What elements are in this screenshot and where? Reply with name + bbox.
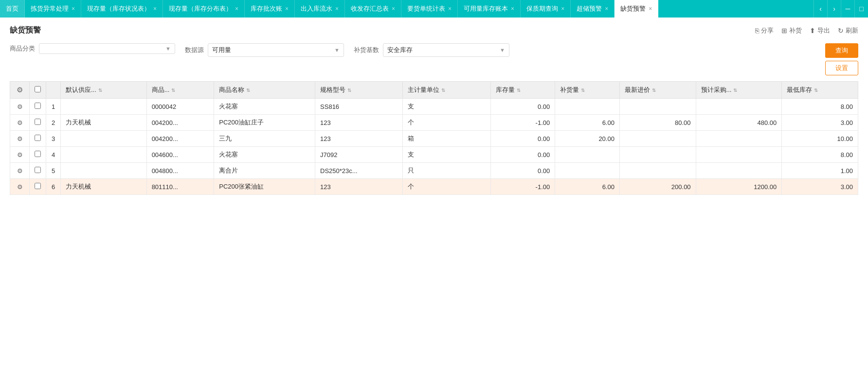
row-unit: 个 [402,115,490,131]
tab-picking-exception[interactable]: 拣货异常处理 × [25,0,81,18]
tab-close-icon[interactable]: × [285,5,289,12]
query-button[interactable]: 查询 [825,43,858,58]
tab-minimize-button[interactable]: ─ [841,0,854,18]
row-latest-price [619,99,696,115]
tab-overstock[interactable]: 超储预警 × [571,0,615,18]
row-checkbox-cell[interactable] [30,163,46,179]
row-estimated: 480.00 [696,115,782,131]
column-gear[interactable]: ⚙ [10,82,30,99]
row-replenish: 6.00 [555,115,620,131]
column-supplier[interactable]: 默认供应... ⇅ [61,82,147,99]
column-code[interactable]: 商品... ⇅ [146,82,214,99]
gear-row-icon[interactable]: ⚙ [17,183,23,191]
tab-close-icon[interactable]: × [392,5,395,12]
tab-close-icon[interactable]: × [235,5,238,12]
tab-close-icon[interactable]: × [561,5,564,12]
row-gear-cell[interactable]: ⚙ [10,163,30,179]
tab-shortage-warning[interactable]: 缺货预警 × [615,0,658,18]
tab-inout-flow[interactable]: 出入库流水 × [295,0,345,18]
row-index: 2 [46,115,61,131]
column-stock[interactable]: 库存量 ⇅ [490,82,555,99]
refresh-button[interactable]: ↻ 刷新 [838,26,858,35]
gear-row-icon[interactable]: ⚙ [17,135,23,142]
tab-available-ledger[interactable]: 可用量库存账本 × [458,0,521,18]
row-gear-cell[interactable]: ⚙ [10,147,30,163]
tab-close-icon[interactable]: × [649,5,652,12]
row-checkbox[interactable] [35,167,41,173]
tab-close-icon[interactable]: × [605,5,608,12]
column-estimated[interactable]: 预计采购... ⇅ [696,82,782,99]
replenish-button[interactable]: ⊞ 补货 [781,26,802,35]
category-select[interactable]: ▼ [39,43,175,54]
share-button[interactable]: ⎘ 分享 [755,26,774,35]
tab-inventory-dist[interactable]: 现存量（库存分布表） × [163,0,245,18]
datasource-select[interactable]: 可用量 ▼ [208,43,344,57]
data-table: ⚙ 默认供应... ⇅ 商品... ⇅ [10,81,858,195]
gear-row-icon[interactable]: ⚙ [17,167,23,175]
tab-demand-stats[interactable]: 要货单统计表 × [401,0,458,18]
row-gear-cell[interactable]: ⚙ [10,99,30,115]
row-gear-cell[interactable]: ⚙ [10,179,30,195]
row-gear-cell[interactable]: ⚙ [10,115,30,131]
row-min-stock: 1.00 [782,163,858,179]
export-button[interactable]: ⬆ 导出 [810,26,830,35]
tab-close-icon[interactable]: × [72,5,75,12]
tab-prev-button[interactable]: ‹ [814,0,827,18]
row-stock: -1.00 [490,115,555,131]
row-name: PC200张紧油缸 [214,179,315,195]
row-estimated: 1200.00 [696,179,782,195]
tab-maximize-button[interactable]: □ [854,0,868,18]
column-unit[interactable]: 主计量单位 ⇅ [402,82,490,99]
row-stock: 0.00 [490,147,555,163]
tab-home[interactable]: 首页 [0,0,25,18]
column-spec[interactable]: 规格型号 ⇅ [315,82,403,99]
column-replenish[interactable]: 补货量 ⇅ [555,82,620,99]
row-name: 离合片 [214,163,315,179]
tab-close-icon[interactable]: × [511,5,514,12]
gear-row-icon[interactable]: ⚙ [17,103,23,110]
sort-price-icon: ⇅ [652,88,656,93]
row-latest-price: 200.00 [619,179,696,195]
row-checkbox-cell[interactable] [30,99,46,115]
row-code: 004600... [146,147,214,163]
row-stock: -1.00 [490,179,555,195]
settings-button[interactable]: 设置 [825,61,858,75]
row-code: 0000042 [146,99,214,115]
row-checkbox-cell[interactable] [30,131,46,147]
tab-batch-account[interactable]: 库存批次账 × [245,0,295,18]
sort-spec-icon: ⇅ [347,88,351,93]
row-stock: 0.00 [490,131,555,147]
gear-row-icon[interactable]: ⚙ [17,151,23,158]
row-min-stock: 8.00 [782,147,858,163]
row-checkbox[interactable] [35,119,41,125]
tab-summary[interactable]: 收发存汇总表 × [345,0,401,18]
column-min-stock[interactable]: 最低库存 ⇅ [782,82,858,99]
row-latest-price [619,163,696,179]
gear-row-icon[interactable]: ⚙ [17,119,23,126]
tab-next-button[interactable]: › [827,0,841,18]
row-checkbox-cell[interactable] [30,179,46,195]
tab-close-icon[interactable]: × [448,5,452,12]
tab-shelf-life[interactable]: 保质期查询 × [521,0,571,18]
row-replenish: 6.00 [555,179,620,195]
tab-inventory-status[interactable]: 现存量（库存状况表） × [81,0,163,18]
row-checkbox[interactable] [35,135,41,141]
tab-close-icon[interactable]: × [153,5,157,12]
row-gear-cell[interactable]: ⚙ [10,131,30,147]
row-checkbox-cell[interactable] [30,147,46,163]
row-spec: SS816 [315,99,403,115]
table-row: ⚙ 5 004800... 离合片 DS250*23c... 只 0.00 1.… [10,163,858,179]
select-all-checkbox[interactable] [35,86,41,92]
row-checkbox-cell[interactable] [30,115,46,131]
row-checkbox[interactable] [35,151,41,157]
tab-close-icon[interactable]: × [335,5,339,12]
row-name: 三九 [214,131,315,147]
row-checkbox[interactable] [35,183,41,189]
column-latest-price[interactable]: 最新进价 ⇅ [619,82,696,99]
gear-icon[interactable]: ⚙ [15,86,24,94]
row-name: 火花塞 [214,99,315,115]
row-index: 6 [46,179,61,195]
replenish-base-select[interactable]: 安全库存 ▼ [383,43,509,57]
row-checkbox[interactable] [35,103,41,109]
column-name[interactable]: 商品名称 ⇅ [214,82,315,99]
